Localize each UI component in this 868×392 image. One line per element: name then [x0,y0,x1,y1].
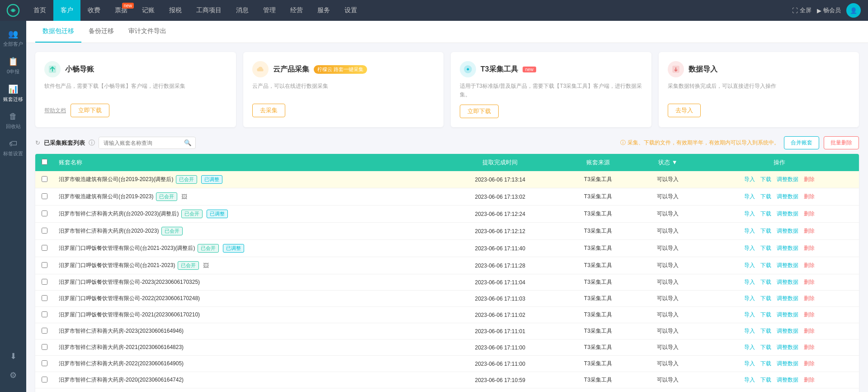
delete-action[interactable]: 删除 [804,360,815,368]
download-action[interactable]: 下载 [760,327,771,335]
import-action[interactable]: 导入 [744,210,755,218]
col-status[interactable]: 状态 ▼ [636,154,700,171]
nav-operation[interactable]: 经营 [283,0,310,21]
delete-action[interactable]: 删除 [804,311,815,319]
download-action[interactable]: 下载 [760,210,771,218]
delete-action[interactable]: 删除 [804,295,815,302]
download-action[interactable]: 下载 [760,262,771,269]
import-action[interactable]: 导入 [744,176,755,183]
delete-action[interactable]: 删除 [804,376,815,384]
nav-home[interactable]: 首页 [26,0,53,21]
download-action[interactable]: 下载 [760,193,771,201]
xiaochange-help-link[interactable]: 帮助文档 [44,107,66,115]
download-action[interactable]: 下载 [760,278,771,286]
fullscreen-button[interactable]: ⛶ 全屏 [792,6,811,14]
download-action[interactable]: 下载 [760,244,771,252]
logo[interactable] [0,0,26,21]
nav-service[interactable]: 服务 [310,0,337,21]
nav-settings[interactable]: 设置 [337,0,364,21]
tab-backup-migration[interactable]: 备份迁移 [81,21,121,43]
adjust-action[interactable]: 调整数据 [777,360,798,368]
import-action[interactable]: 导入 [744,295,755,302]
cloud-collect-btn[interactable]: 去采集 [252,104,285,117]
row-checkbox[interactable] [42,262,47,268]
import-go-btn[interactable]: 去导入 [668,104,701,117]
delete-action[interactable]: 删除 [804,244,815,252]
delete-action[interactable]: 删除 [804,210,815,218]
adjust-action[interactable]: 调整数据 [777,376,798,384]
nav-customer[interactable]: 客户 [53,0,80,21]
adjust-action[interactable]: 调整数据 [777,311,798,319]
delete-action[interactable]: 删除 [804,278,815,286]
import-action[interactable]: 导入 [744,376,755,384]
sidebar-item-customers[interactable]: 👥 全部客户 [0,24,26,52]
adjust-action[interactable]: 调整数据 [777,193,798,201]
download-action[interactable]: 下载 [760,344,771,351]
nav-billing[interactable]: 收费 [80,0,108,21]
delete-action[interactable]: 删除 [804,227,815,235]
sidebar-item-migration[interactable]: 📊 账套迁移 [0,80,26,107]
sidebar-download[interactable]: ⬇ [9,347,17,366]
import-action[interactable]: 导入 [744,244,755,252]
delete-action[interactable]: 删除 [804,262,815,269]
row-checkbox[interactable] [42,210,47,216]
batch-delete-btn[interactable]: 批量删除 [824,136,859,149]
adjust-action[interactable]: 调整数据 [777,295,798,302]
tab-data-migration[interactable]: 数据包迁移 [35,21,81,43]
import-action[interactable]: 导入 [744,262,755,269]
avatar[interactable]: 👤 [846,3,861,18]
member-button[interactable]: ▶ 畅会员 [817,6,841,14]
row-checkbox[interactable] [42,328,47,334]
nav-accounting[interactable]: 记账 [135,0,162,21]
row-checkbox[interactable] [42,344,47,350]
search-input[interactable] [99,138,180,148]
import-action[interactable]: 导入 [744,227,755,235]
search-button[interactable]: 🔍 [180,137,195,148]
row-checkbox[interactable] [42,360,47,366]
nav-business[interactable]: 工商项目 [189,0,229,21]
row-checkbox[interactable] [42,377,47,382]
import-action[interactable]: 导入 [744,327,755,335]
refresh-icon[interactable]: ↻ [35,139,40,146]
col-checkbox[interactable] [35,154,53,171]
import-action[interactable]: 导入 [744,344,755,351]
adjust-action[interactable]: 调整数据 [777,327,798,335]
download-action[interactable]: 下载 [760,227,771,235]
select-all-checkbox[interactable] [42,159,47,165]
xiaochange-download-btn[interactable]: 立即下载 [71,104,109,117]
row-checkbox[interactable] [42,193,47,199]
download-action[interactable]: 下载 [760,295,771,302]
row-checkbox[interactable] [42,279,47,285]
download-action[interactable]: 下载 [760,311,771,319]
adjust-action[interactable]: 调整数据 [777,176,798,183]
sidebar-item-tags[interactable]: 🏷 标签设置 [0,134,26,162]
sidebar-item-recycle[interactable]: 🗑 回收站 [0,107,26,134]
delete-action[interactable]: 删除 [804,344,815,351]
tab-audit-export[interactable]: 审计文件导出 [121,21,174,43]
nav-tax[interactable]: 报税 [162,0,189,21]
import-action[interactable]: 导入 [744,278,755,286]
row-checkbox[interactable] [42,176,47,182]
adjust-action[interactable]: 调整数据 [777,210,798,218]
t3-download-btn[interactable]: 立即下载 [460,105,499,118]
row-checkbox[interactable] [42,228,47,234]
adjust-action[interactable]: 调整数据 [777,262,798,269]
delete-action[interactable]: 删除 [804,176,815,183]
nav-invoice[interactable]: 票据new [108,0,135,21]
row-checkbox[interactable] [42,245,47,251]
nav-message[interactable]: 消息 [229,0,256,21]
download-action[interactable]: 下载 [760,360,771,368]
adjust-action[interactable]: 调整数据 [777,227,798,235]
sidebar-user-settings[interactable]: ⚙ [9,366,17,385]
import-action[interactable]: 导入 [744,311,755,319]
adjust-action[interactable]: 调整数据 [777,244,798,252]
import-action[interactable]: 导入 [744,193,755,201]
adjust-action[interactable]: 调整数据 [777,278,798,286]
help-icon[interactable]: ⓘ [89,139,95,147]
download-action[interactable]: 下载 [760,176,771,183]
row-checkbox[interactable] [42,311,47,317]
delete-action[interactable]: 删除 [804,327,815,335]
adjust-action[interactable]: 调整数据 [777,344,798,351]
sidebar-item-declaration[interactable]: 📋 0申报 [0,52,26,80]
import-action[interactable]: 导入 [744,360,755,368]
